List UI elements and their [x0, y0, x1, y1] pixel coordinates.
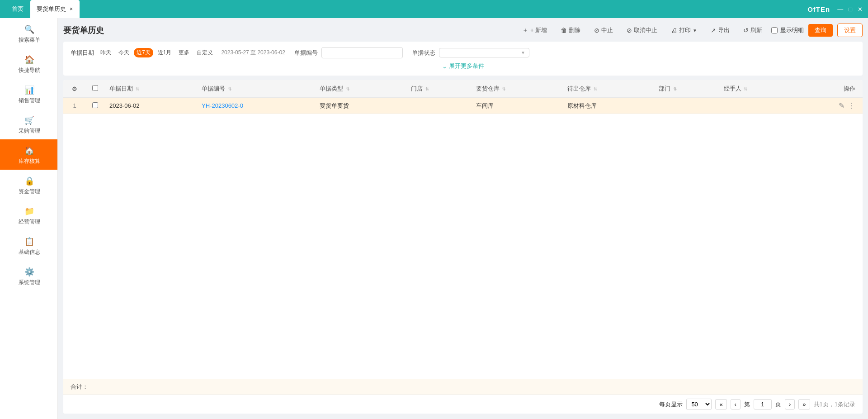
sidebar-item-finance[interactable]: 🔒 资金管理: [0, 170, 57, 200]
page-number-input[interactable]: [754, 399, 772, 409]
sort-reqwarehouse-icon[interactable]: ⇅: [502, 86, 505, 91]
select-all-checkbox[interactable]: [92, 85, 98, 91]
date-tag-custom[interactable]: 自定义: [194, 48, 216, 57]
home-icon: 🏠: [24, 55, 34, 65]
cancel-stop-button[interactable]: ⊘ 取消中止: [622, 24, 662, 37]
row-more-icon[interactable]: ⋮: [848, 101, 855, 110]
tab-home[interactable]: 首页: [5, 0, 30, 18]
tab-close-icon[interactable]: ×: [70, 6, 73, 12]
date-tag-more[interactable]: 更多: [176, 48, 192, 57]
date-range-text: 2023-05-27 至 2023-06-02: [221, 49, 285, 57]
last-page-button[interactable]: »: [798, 399, 810, 409]
sort-handler-icon[interactable]: ⇅: [744, 86, 747, 91]
display-cell-checkbox[interactable]: [771, 27, 778, 33]
row-pending-warehouse: 原材料仓库: [562, 98, 653, 114]
stop-icon: ⊘: [594, 27, 599, 34]
expand-more[interactable]: ⌄ 展开更多条件: [71, 62, 855, 70]
refresh-button[interactable]: ↺ 刷新: [739, 24, 767, 37]
order-no-input[interactable]: [321, 47, 403, 58]
minimize-icon[interactable]: —: [837, 6, 843, 13]
sort-date-icon[interactable]: ⇅: [136, 86, 139, 91]
filter-date: 单据日期 昨天 今天 近7天 近1月 更多 自定义 2023-05-27 至 2…: [71, 48, 285, 57]
per-page-select[interactable]: 50 100 200: [686, 399, 712, 410]
status-label: 单据状态: [412, 49, 435, 57]
content-area: 要货单历史 ＋ + 新增 🗑 删除 ⊘ 中止 ⊘ 取消中止: [58, 18, 868, 419]
page-suffix: 页: [775, 400, 781, 409]
next-page-button[interactable]: ›: [785, 399, 795, 409]
col-store: 门店 ⇅: [406, 80, 470, 98]
status-select[interactable]: ▼: [439, 48, 529, 57]
status-select-arrow: ▼: [521, 50, 525, 55]
chart-icon: 📊: [24, 85, 34, 95]
stop-button[interactable]: ⊘ 中止: [590, 24, 618, 37]
order-no-label: 单据编号: [294, 49, 318, 57]
delete-icon: 🗑: [561, 27, 567, 34]
export-icon: ↗: [711, 27, 716, 34]
per-page-label: 每页显示: [659, 400, 683, 409]
export-button[interactable]: ↗ 导出: [706, 24, 734, 37]
top-bar: 首页 要货单历史 × OfTEn — □ ✕: [0, 0, 868, 18]
filter-row-main: 单据日期 昨天 今天 近7天 近1月 更多 自定义 2023-05-27 至 2…: [71, 47, 855, 58]
sidebar-item-basic[interactable]: 📋 基础信息: [0, 230, 57, 261]
setting-button[interactable]: 设置: [837, 24, 863, 37]
prev-page-button[interactable]: ‹: [731, 399, 741, 409]
first-page-button[interactable]: «: [715, 399, 726, 409]
sort-pendingwarehouse-icon[interactable]: ⇅: [594, 86, 597, 91]
window-close-icon[interactable]: ✕: [858, 6, 863, 13]
sidebar-item-search[interactable]: 🔍 搜索菜单: [0, 18, 57, 48]
row-store: [406, 98, 470, 114]
row-type: 要货单要货: [314, 98, 406, 114]
sidebar-item-operation[interactable]: 📁 经营管理: [0, 200, 57, 230]
col-dept: 部门 ⇅: [653, 80, 718, 98]
expand-icon: ⌄: [442, 63, 447, 70]
sort-type-icon[interactable]: ⇅: [346, 86, 349, 91]
folder-icon: 📁: [24, 206, 34, 216]
tab-active[interactable]: 要货单历史 ×: [30, 0, 80, 18]
new-button[interactable]: ＋ + 新增: [518, 24, 552, 37]
col-date: 单据日期 ⇅: [104, 80, 196, 98]
date-tag-yesterday[interactable]: 昨天: [98, 48, 114, 57]
restore-icon[interactable]: □: [849, 6, 852, 13]
col-checkbox[interactable]: [86, 80, 104, 98]
cancel-stop-icon: ⊘: [627, 27, 632, 34]
row-handler: [718, 98, 797, 114]
table-footer: 合计：: [63, 379, 863, 395]
pagination: 每页显示 50 100 200 « ‹ 第 页 › » 共1页，1条记录: [63, 395, 863, 414]
col-settings[interactable]: ⚙: [63, 80, 86, 98]
settings-icon[interactable]: ⚙: [72, 86, 77, 92]
date-tag-today[interactable]: 今天: [116, 48, 132, 57]
sort-store-icon[interactable]: ⇅: [425, 86, 429, 91]
sidebar-item-inventory[interactable]: 🏠 库存核算: [0, 139, 57, 170]
sidebar-item-system[interactable]: ⚙️ 系统管理: [0, 261, 57, 291]
filter-area: 单据日期 昨天 今天 近7天 近1月 更多 自定义 2023-05-27 至 2…: [63, 42, 863, 76]
row-checkbox[interactable]: [86, 98, 104, 114]
row-select-checkbox[interactable]: [92, 102, 98, 108]
sidebar-item-quick-nav[interactable]: 🏠 快捷导航: [0, 48, 57, 79]
row-dept: [653, 98, 718, 114]
page-label: 第: [744, 400, 750, 409]
sidebar-item-sales[interactable]: 📊 销售管理: [0, 79, 57, 109]
delete-button[interactable]: 🗑 删除: [556, 24, 585, 37]
print-button[interactable]: 🖨 打印 ▼: [666, 24, 702, 37]
sidebar-item-purchase[interactable]: 🛒 采购管理: [0, 109, 57, 139]
brand-name: OfTEn: [807, 5, 830, 13]
row-order-no[interactable]: YH-20230602-0: [196, 98, 314, 114]
table-wrapper: ⚙ 单据日期 ⇅ 单据编号 ⇅: [63, 80, 863, 379]
gear-icon: ⚙️: [24, 267, 34, 277]
page-actions: ＋ + 新增 🗑 删除 ⊘ 中止 ⊘ 取消中止 🖨 打印: [518, 24, 863, 37]
query-button[interactable]: 查询: [808, 24, 833, 37]
print-dropdown-icon: ▼: [693, 28, 697, 33]
refresh-icon: ↺: [743, 27, 749, 34]
date-tag-1month[interactable]: 近1月: [155, 48, 175, 57]
row-index: 1: [63, 98, 86, 114]
date-filter-label: 单据日期: [71, 49, 94, 57]
date-tag-7days[interactable]: 近7天: [134, 48, 153, 57]
page-total-info: 共1页，1条记录: [814, 400, 855, 409]
sort-orderno-icon[interactable]: ⇅: [228, 86, 231, 91]
main-layout: 🔍 搜索菜单 🏠 快捷导航 📊 销售管理 🛒 采购管理 🏠 库存核算 🔒 资金管…: [0, 18, 868, 419]
summary-label: 合计：: [71, 383, 88, 391]
row-edit-icon[interactable]: ✎: [839, 101, 844, 110]
sort-dept-icon[interactable]: ⇅: [673, 86, 677, 91]
display-cell-toggle[interactable]: 显示明细: [771, 26, 804, 34]
col-req-warehouse: 要货仓库 ⇅: [471, 80, 562, 98]
